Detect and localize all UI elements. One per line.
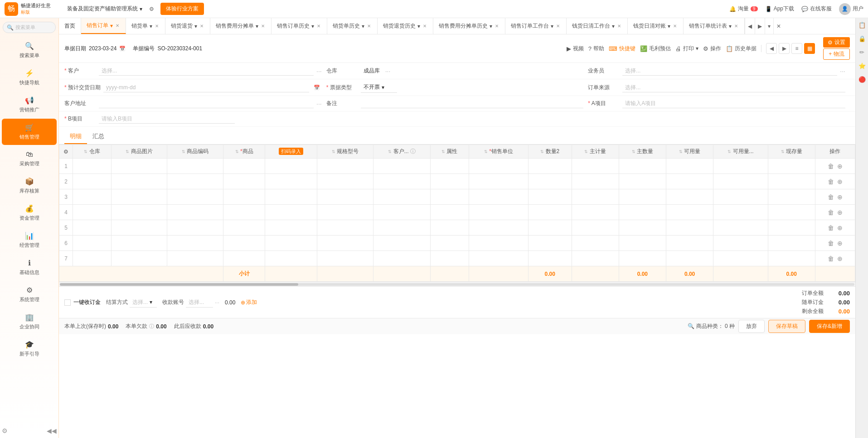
warehouse-dots[interactable]: ··· <box>385 68 391 74</box>
row-copy-2[interactable]: ⊕ <box>836 177 844 186</box>
sidebar-item-system[interactable]: ⚙ 系统管理 <box>2 281 57 308</box>
form-view-btn[interactable]: ▦ <box>804 43 815 54</box>
save-new-btn[interactable]: 保存&新增 <box>809 320 850 333</box>
sidebar-item-finance[interactable]: 💰 资金管理 <box>2 200 57 226</box>
tab-stats[interactable]: 销售订单统计表 ▾ ✕ <box>684 18 745 34</box>
scrollbar-thumb[interactable] <box>60 283 298 286</box>
tab-return-history[interactable]: 销货退货历史 ▾ ✕ <box>378 18 433 34</box>
tab-daily-workbench[interactable]: 钱货日清工作台 ▾ ✕ <box>567 18 628 34</box>
table-scrollbar[interactable] <box>59 282 855 286</box>
sidebar-item-marketing[interactable]: 📢 营销推广 <box>2 91 57 118</box>
notification-btn[interactable]: 🔔 淘量 9 <box>729 5 758 13</box>
row-copy-4[interactable]: ⊕ <box>836 208 844 217</box>
sidebar-item-basic[interactable]: ℹ 基础信息 <box>2 254 57 280</box>
tab-home[interactable]: 首页 <box>59 18 81 34</box>
customer-input[interactable] <box>99 66 314 76</box>
operation-btn[interactable]: ⚙ 操作 <box>703 45 721 53</box>
row-copy-5[interactable]: ⊕ <box>836 223 844 232</box>
collapse-icon[interactable]: ◀◀ <box>47 427 57 434</box>
sidebar-item-inventory[interactable]: 📦 库存核算 <box>2 173 57 199</box>
shortcut-btn[interactable]: ⌨ 快捷键 <box>609 45 635 53</box>
tab-close-sales-order[interactable]: ✕ <box>115 23 120 29</box>
rpi-edit[interactable]: ✏ <box>857 47 867 57</box>
online-service-btn[interactable]: 💬 在线客服 <box>801 5 832 13</box>
settings-bottom-icon[interactable]: ⚙ <box>2 427 8 434</box>
tab-close-12[interactable]: ✕ <box>733 23 739 29</box>
tab-close-9[interactable]: ✕ <box>555 23 561 29</box>
video-btn[interactable]: ▶ 视频 <box>567 45 584 53</box>
th-gear[interactable]: ⚙ <box>59 145 73 159</box>
one-key-checkbox[interactable] <box>64 299 71 306</box>
a-project-input[interactable] <box>622 99 845 108</box>
sidebar-item-quicknav[interactable]: ⚡ 快捷导航 <box>2 64 57 91</box>
save-draft-btn[interactable]: 保存草稿 <box>768 320 805 333</box>
industry-btn[interactable]: 体验行业方案 <box>160 3 204 15</box>
row-delete-2[interactable]: 🗑 <box>827 177 835 186</box>
tab-close-3[interactable]: ✕ <box>199 23 204 29</box>
tab-daily-reconcile[interactable]: 钱货日清对账 ▾ ✕ <box>628 18 684 34</box>
address-dots[interactable]: ··· <box>316 101 322 107</box>
tab-close-6[interactable]: ✕ <box>366 23 372 29</box>
profit-btn[interactable]: 💹 毛利预估 <box>640 45 671 53</box>
tab-menu-btn[interactable]: ▾ <box>765 18 773 34</box>
rpi-clipboard[interactable]: 📋 <box>857 20 867 30</box>
add-btn[interactable]: ⊕ 添加 <box>241 298 257 306</box>
tab-order-workbench[interactable]: 销售订单工作台 ▾ ✕ <box>505 18 567 34</box>
tab-summary[interactable]: 汇总 <box>87 130 110 144</box>
th-barcode[interactable]: 扫码录入 <box>265 145 317 159</box>
settings-icon-btn[interactable]: ⚙ <box>145 3 158 15</box>
tab-close-5[interactable]: ✕ <box>316 23 321 29</box>
ticket-type-dropdown[interactable]: 不开票 ▾ <box>361 82 397 93</box>
sidebar-item-search[interactable]: 🔍 搜索菜单 <box>2 37 57 63</box>
sidebar-item-operation[interactable]: 📊 经营管理 <box>2 227 57 253</box>
row-delete-1[interactable]: 🗑 <box>827 162 835 171</box>
sidebar-item-enterprise[interactable]: 🏢 企业协同 <box>2 308 57 335</box>
tab-next-btn[interactable]: ▶ <box>755 18 765 34</box>
settlement-dropdown[interactable]: 选择... ▾ <box>130 298 157 308</box>
tab-order-history[interactable]: 销售订单历史 ▾ ✕ <box>272 18 327 34</box>
tab-fee-split[interactable]: 销售费用分摊单 ▾ ✕ <box>210 18 272 34</box>
tab-close-4[interactable]: ✕ <box>260 23 266 29</box>
tab-close-11[interactable]: ✕ <box>672 23 678 29</box>
tab-fee-history[interactable]: 销售费用分摊单历史 ▾ ✕ <box>433 18 505 34</box>
tab-close-2[interactable]: ✕ <box>154 23 160 29</box>
row-copy-7[interactable]: ⊕ <box>836 254 844 263</box>
help-btn[interactable]: ? 帮助 <box>588 45 604 53</box>
app-download-btn[interactable]: 📱 App下载 <box>765 5 794 13</box>
row-delete-6[interactable]: 🗑 <box>827 239 835 248</box>
order-source-input[interactable] <box>622 83 845 92</box>
rpi-lock[interactable]: 🔒 <box>857 34 867 43</box>
row-delete-7[interactable]: 🗑 <box>827 254 835 263</box>
tab-close-8[interactable]: ✕ <box>494 23 499 29</box>
salesperson-dots[interactable]: ··· <box>840 68 845 74</box>
app-title-dropdown[interactable]: 装备及固定资产辅助管理系统 ▾ <box>67 5 142 13</box>
tab-sales-order[interactable]: 销售订单 ▾ ✕ <box>81 18 126 34</box>
remarks-input[interactable] <box>361 99 584 108</box>
tab-close-7[interactable]: ✕ <box>422 23 427 29</box>
discard-btn[interactable]: 放弃 <box>738 320 765 333</box>
prev-record-btn[interactable]: ◀ <box>766 43 777 54</box>
set-btn[interactable]: ⚙ 设置 <box>823 37 850 48</box>
print-btn[interactable]: 🖨 打印 ▾ <box>675 45 698 53</box>
sidebar-item-purchase[interactable]: 🛍 采购管理 <box>2 146 57 172</box>
row-delete-4[interactable]: 🗑 <box>827 208 835 217</box>
add-logistics-btn[interactable]: + 物流 <box>823 48 850 60</box>
delivery-date-input[interactable] <box>103 83 309 92</box>
sidebar-item-guide[interactable]: 🎓 新手引导 <box>2 336 57 362</box>
tab-close-10[interactable]: ✕ <box>616 23 622 29</box>
calendar-icon[interactable]: 📅 <box>119 46 126 52</box>
row-delete-5[interactable]: 🗑 <box>827 223 835 232</box>
row-copy-3[interactable]: ⊕ <box>836 193 844 202</box>
calendar-date-icon[interactable]: 📅 <box>312 85 322 91</box>
address-input[interactable] <box>99 99 314 108</box>
user-btn[interactable]: 👤 用户 <box>839 3 863 15</box>
row-delete-3[interactable]: 🗑 <box>827 193 835 202</box>
tab-close-all-btn[interactable]: ✕ <box>773 18 784 34</box>
list-view-btn[interactable]: ≡ <box>791 43 802 54</box>
sidebar-item-sales[interactable]: 🛒 销售管理 <box>2 119 57 145</box>
rpi-star[interactable]: ⭐ <box>857 61 867 71</box>
salesperson-input[interactable] <box>622 66 837 76</box>
receipt-input[interactable]: 选择... <box>186 298 213 308</box>
row-copy-6[interactable]: ⊕ <box>836 239 844 248</box>
rpi-alert[interactable]: 🔴 <box>857 74 867 84</box>
